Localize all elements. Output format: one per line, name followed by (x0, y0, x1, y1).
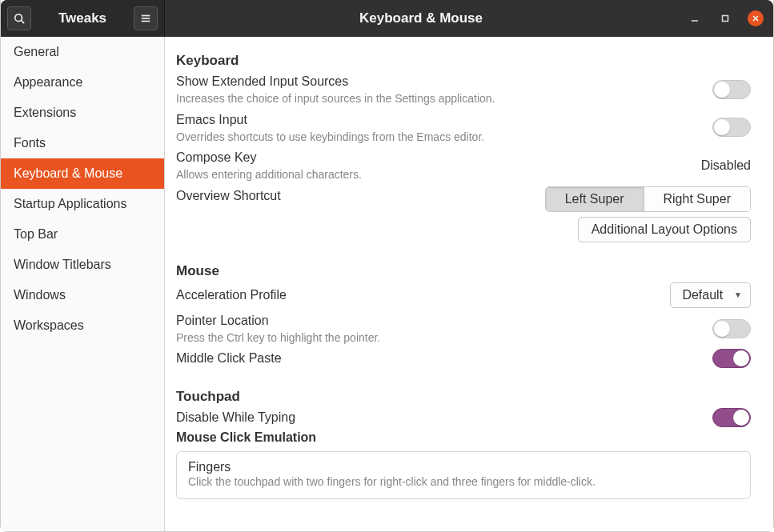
section-header-touchpad: Touchpad (176, 389, 751, 405)
emulation-header: Mouse Click Emulation (176, 430, 751, 445)
emulation-card[interactable]: Fingers Click the touchpad with two fing… (176, 451, 751, 499)
app-title: Tweaks (36, 10, 129, 26)
sidebar-item-workspaces[interactable]: Workspaces (1, 310, 164, 341)
svg-point-0 (15, 14, 22, 22)
minimize-button[interactable] (687, 10, 703, 26)
pointer-toggle[interactable] (712, 319, 751, 338)
svg-line-1 (22, 21, 25, 24)
app-window: Tweaks Keyboard & Mouse General Appearan… (0, 0, 774, 532)
titlebar-left: Tweaks (1, 0, 165, 37)
maximize-icon (721, 14, 729, 22)
fingers-desc: Click the touchpad with two fingers for … (188, 474, 739, 490)
section-keyboard: Keyboard Show Extended Input Sources Inc… (176, 53, 751, 242)
sidebar-item-windows[interactable]: Windows (1, 280, 164, 310)
svg-rect-6 (723, 16, 728, 22)
row-compose: Compose Key Allows entering additional c… (176, 148, 751, 183)
row-overview: Overview Shortcut Left Super Right Super… (176, 186, 751, 242)
compose-desc: Allows entering additional characters. (176, 167, 688, 183)
pointer-label: Pointer Location (176, 311, 700, 330)
sidebar-item-fonts[interactable]: Fonts (1, 128, 164, 158)
fingers-title: Fingers (188, 460, 739, 474)
accel-label: Acceleration Profile (176, 286, 657, 305)
middle-click-toggle[interactable] (712, 349, 751, 368)
titlebar: Tweaks Keyboard & Mouse (1, 0, 773, 37)
overview-left-super[interactable]: Left Super (546, 187, 644, 211)
section-touchpad: Touchpad Disable While Typing Mouse Clic… (176, 389, 751, 499)
sidebar-item-general[interactable]: General (1, 37, 164, 67)
section-header-keyboard: Keyboard (176, 53, 751, 69)
section-mouse: Mouse Acceleration Profile Default ▼ Poi… (176, 263, 751, 369)
row-disable-typing: Disable While Typing (176, 408, 751, 427)
chevron-down-icon: ▼ (734, 290, 742, 299)
middle-click-label: Middle Click Paste (176, 349, 700, 368)
show-extended-desc: Increases the choice of input sources in… (176, 91, 700, 107)
minimize-icon (691, 14, 699, 22)
accel-dropdown[interactable]: Default ▼ (670, 282, 751, 308)
show-extended-toggle[interactable] (712, 80, 751, 99)
compose-label: Compose Key (176, 148, 688, 167)
overview-label: Overview Shortcut (176, 186, 532, 206)
content: Keyboard Show Extended Input Sources Inc… (165, 37, 773, 531)
disable-typing-toggle[interactable] (712, 408, 751, 427)
additional-layout-options-button[interactable]: Additional Layout Options (578, 217, 751, 242)
sidebar-item-startup-applications[interactable]: Startup Applications (1, 189, 164, 219)
sidebar-item-top-bar[interactable]: Top Bar (1, 219, 164, 250)
sidebar-item-window-titlebars[interactable]: Window Titlebars (1, 250, 164, 280)
compose-value: Disabled (701, 158, 751, 173)
close-button[interactable] (748, 10, 764, 26)
sidebar-item-appearance[interactable]: Appearance (1, 67, 164, 98)
sidebar: General Appearance Extensions Fonts Keyb… (1, 37, 165, 531)
accel-dropdown-value: Default (682, 288, 723, 302)
hamburger-button[interactable] (134, 6, 158, 30)
show-extended-label: Show Extended Input Sources (176, 72, 700, 91)
sidebar-item-keyboard-mouse[interactable]: Keyboard & Mouse (1, 158, 164, 189)
row-emacs: Emacs Input Overrides shortcuts to use k… (176, 110, 751, 146)
overview-right-super[interactable]: Right Super (644, 187, 751, 211)
row-accel: Acceleration Profile Default ▼ (176, 282, 751, 308)
emacs-desc: Overrides shortcuts to use keybindings f… (176, 130, 700, 146)
search-icon (14, 13, 25, 24)
row-show-extended: Show Extended Input Sources Increases th… (176, 72, 751, 107)
pointer-desc: Press the Ctrl key to highlight the poin… (176, 330, 700, 346)
body: General Appearance Extensions Fonts Keyb… (1, 37, 773, 531)
sidebar-item-extensions[interactable]: Extensions (1, 98, 164, 128)
overview-segmented: Left Super Right Super (545, 186, 751, 212)
hamburger-icon (140, 13, 151, 24)
row-pointer: Pointer Location Press the Ctrl key to h… (176, 311, 751, 346)
window-controls (677, 0, 773, 37)
close-icon (752, 14, 760, 22)
row-middle-click: Middle Click Paste (176, 349, 751, 368)
search-button[interactable] (7, 6, 31, 30)
page-title: Keyboard & Mouse (165, 0, 677, 37)
emacs-toggle[interactable] (712, 118, 751, 137)
disable-typing-label: Disable While Typing (176, 408, 700, 427)
maximize-button[interactable] (717, 10, 733, 26)
emacs-label: Emacs Input (176, 110, 700, 130)
section-header-mouse: Mouse (176, 263, 751, 279)
